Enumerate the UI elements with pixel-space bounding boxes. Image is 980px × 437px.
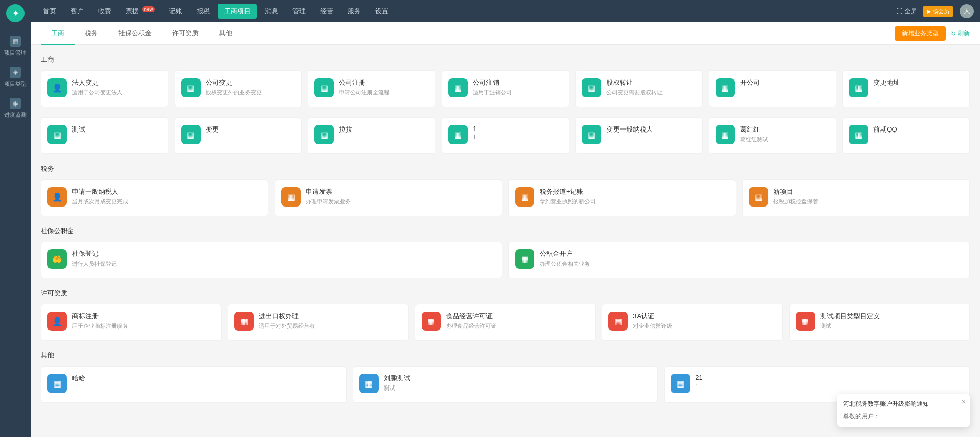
social-register-name: 社保登记 <box>72 249 496 259</box>
tab-license[interactable]: 许可资质 <box>162 22 209 45</box>
main-area: 首页 客户 收费 票据 new 记账 报税 工商项目 消息 管理 经营 服务 设… <box>31 0 980 437</box>
trademark-reg-text: 商标注册 用于企业商标注册服务 <box>72 312 215 330</box>
sidebar-logo[interactable]: ✦ <box>6 4 24 22</box>
tax-section-title: 税务 <box>41 164 970 173</box>
card-apply-invoice[interactable]: ▦ 申请发票 办理申请发票业务 <box>275 179 502 216</box>
change-address-name: 变更地址 <box>873 78 963 87</box>
nav-manage[interactable]: 管理 <box>286 4 312 19</box>
refresh-label: 刷新 <box>958 29 970 38</box>
nav-right: ⛶ 全屏 ▶ 畅会员 人 <box>896 4 974 18</box>
test-icon: ▦ <box>47 125 67 144</box>
nav-service[interactable]: 服务 <box>341 4 367 19</box>
apply-invoice-desc: 办理申请发票业务 <box>306 198 496 205</box>
change2-name: 变更 <box>206 125 296 134</box>
card-one[interactable]: ▦ 1 1 <box>442 117 569 154</box>
early-qq-text: 前期QQ <box>873 125 963 136</box>
liupeng-text: 刘鹏测试 测试 <box>384 374 652 392</box>
3a-cert-text: 3A认证 对企业信誉评级 <box>633 312 776 330</box>
tab-social[interactable]: 社保公积金 <box>108 22 162 45</box>
nav-operation[interactable]: 经营 <box>314 4 339 19</box>
vip-label: 畅会员 <box>933 8 949 15</box>
twenty-one-text: 21 1 <box>695 374 963 389</box>
card-legal-change[interactable]: 👤 法人变更 适用于公司变更法人 <box>41 70 168 107</box>
nav-settings[interactable]: 设置 <box>369 4 395 19</box>
company-cancel-desc: 适用于注销公司 <box>473 89 562 96</box>
add-type-button[interactable]: 新增业务类型 <box>895 26 946 41</box>
haha-icon: ▦ <box>47 374 67 393</box>
tab-industrial[interactable]: 工商 <box>41 22 75 45</box>
liupeng-desc: 测试 <box>384 384 652 392</box>
apply-taxpayer-icon: 👤 <box>47 187 67 207</box>
card-open-company[interactable]: ▦ 开公司 <box>709 70 837 107</box>
nav-customer[interactable]: 客户 <box>64 4 90 19</box>
card-haha[interactable]: ▦ 哈哈 <box>41 366 347 403</box>
test-type-name: 测试项目类型目定义 <box>820 312 963 321</box>
nav-tax[interactable]: 报税 <box>190 4 216 19</box>
card-fund-account[interactable]: ▦ 公积金开户 办理公积金相关业务 <box>508 242 970 278</box>
card-equity-transfer[interactable]: ▦ 股权转让 公司变更需要股权转让 <box>575 70 703 107</box>
sidebar-item-project-type[interactable]: ◈ 项目类型 <box>0 62 31 93</box>
card-new-project[interactable]: ▦ 新项目 报税加税控盘保管 <box>742 179 970 216</box>
vip-button[interactable]: ▶ 畅会员 <box>923 6 953 17</box>
card-company-cancel[interactable]: ▦ 公司注销 适用于注销公司 <box>442 70 569 107</box>
project-mgmt-icon: ▦ <box>10 36 21 47</box>
gehonghong-name: 葛红红 <box>740 125 830 134</box>
test-text: 测试 <box>72 125 162 136</box>
lala-text: 拉拉 <box>339 125 429 136</box>
card-liupeng-test[interactable]: ▦ 刘鹏测试 测试 <box>353 366 658 403</box>
card-change-address[interactable]: ▦ 变更地址 <box>842 70 970 107</box>
lala-name: 拉拉 <box>339 125 429 134</box>
sidebar-item-project-mgmt[interactable]: ▦ 项目管理 <box>0 31 31 62</box>
card-gehonghong[interactable]: ▦ 葛红红 葛红红测试 <box>709 117 837 154</box>
card-3a-cert[interactable]: ▦ 3A认证 对企业信誉评级 <box>602 304 782 341</box>
tabs-actions: 新增业务类型 ↻ 刷新 <box>895 26 970 41</box>
card-test-type[interactable]: ▦ 测试项目类型目定义 测试 <box>789 304 970 341</box>
haha-text: 哈哈 <box>72 374 340 384</box>
nav-industrial[interactable]: 工商项目 <box>218 4 257 19</box>
card-food-license[interactable]: ▦ 食品经营许可证 办理食品经营许可证 <box>415 304 596 341</box>
card-import-export[interactable]: ▦ 进出口权办理 适用于对外贸易经营者 <box>228 304 408 341</box>
license-section-title: 许可资质 <box>41 289 970 298</box>
fullscreen-btn[interactable]: ⛶ 全屏 <box>896 7 917 16</box>
test-type-text: 测试项目类型目定义 测试 <box>820 312 963 330</box>
twenty-one-desc: 1 <box>695 383 963 389</box>
card-change2[interactable]: ▦ 变更 <box>175 117 302 154</box>
nav-accounting[interactable]: 记账 <box>163 4 188 19</box>
tab-other[interactable]: 其他 <box>209 22 242 45</box>
card-company-change[interactable]: ▦ 公司变更 股权变更外的业务变更 <box>175 70 302 107</box>
change2-icon: ▦ <box>181 125 201 144</box>
legal-change-name: 法人变更 <box>72 78 162 87</box>
fund-account-name: 公积金开户 <box>540 249 963 259</box>
user-avatar[interactable]: 人 <box>960 4 974 18</box>
test-type-desc: 测试 <box>820 322 963 330</box>
card-company-reg[interactable]: ▦ 公司注册 申请公司注册全流程 <box>308 70 435 107</box>
card-social-register[interactable]: 🤲 社保登记 进行人员社保登记 <box>41 242 502 278</box>
nav-billing[interactable]: 收费 <box>92 4 117 19</box>
liupeng-name: 刘鹏测试 <box>384 374 652 383</box>
refresh-button[interactable]: ↻ 刷新 <box>951 29 970 38</box>
nav-home[interactable]: 首页 <box>37 4 62 19</box>
company-change-name: 公司变更 <box>206 78 296 87</box>
new-project-icon: ▦ <box>749 187 768 207</box>
card-apply-taxpayer[interactable]: 👤 申请一般纳税人 当月或次月成变更完成 <box>41 179 268 216</box>
other-section: 其他 ▦ 哈哈 ▦ 刘鹏测试 测试 <box>41 351 970 403</box>
nav-ticket[interactable]: 票据 new <box>119 4 161 19</box>
card-change-taxpayer[interactable]: ▦ 变更一般纳税人 <box>575 117 703 154</box>
nav-message[interactable]: 消息 <box>259 4 284 19</box>
notification-title: 河北税务数字账户升级影响通知 <box>843 400 964 408</box>
lala-icon: ▦ <box>314 125 334 144</box>
tab-tax[interactable]: 税务 <box>75 22 108 45</box>
sidebar-item-progress-monitor[interactable]: ◉ 进度监测 <box>0 93 31 124</box>
card-lala[interactable]: ▦ 拉拉 <box>308 117 435 154</box>
notification-close[interactable]: × <box>962 398 966 406</box>
sidebar-item-label: 项目类型 <box>4 80 27 88</box>
card-tax-report[interactable]: ▦ 税务报道+记账 拿到营业执照的新公司 <box>508 179 736 216</box>
card-trademark-reg[interactable]: 👤 商标注册 用于企业商标注册服务 <box>41 304 222 341</box>
equity-transfer-desc: 公司变更需要股权转让 <box>606 89 696 96</box>
tax-report-desc: 拿到营业执照的新公司 <box>540 198 729 205</box>
card-test[interactable]: ▦ 测试 <box>41 117 168 154</box>
open-company-text: 开公司 <box>740 78 830 89</box>
top-nav: 首页 客户 收费 票据 new 记账 报税 工商项目 消息 管理 经营 服务 设… <box>31 0 980 22</box>
card-early-qq[interactable]: ▦ 前期QQ <box>842 117 970 154</box>
open-company-icon: ▦ <box>716 78 735 97</box>
